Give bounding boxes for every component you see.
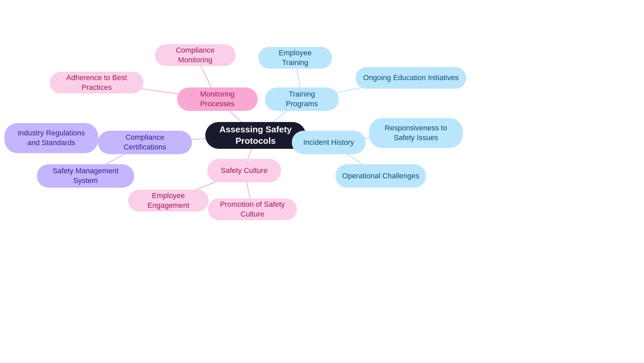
compliance-monitoring-node: Compliance Monitoring <box>155 44 235 66</box>
incident-history-node: Incident History <box>292 131 366 154</box>
employee-training-label: Employee Training <box>265 48 325 67</box>
center-label: Assessing Safety Protocols <box>212 124 299 147</box>
training-programs-label: Training Programs <box>272 89 332 109</box>
adherence-node: Adherence to Best Practices <box>50 72 144 94</box>
adherence-label: Adherence to Best Practices <box>56 73 137 92</box>
ongoing-education-node: Ongoing Education Initiatives <box>356 67 466 89</box>
monitoring-processes-label: Monitoring Processes <box>184 89 251 109</box>
safety-mgmt-node: Safety Management System <box>37 164 134 188</box>
operational-challenges-node: Operational Challenges <box>335 164 426 188</box>
compliance-monitoring-label: Compliance Monitoring <box>162 46 229 65</box>
compliance-certs-label: Compliance Certifications <box>105 133 185 152</box>
monitoring-processes-node: Monitoring Processes <box>177 87 258 111</box>
responsiveness-label: Responsiveness to Safety Issues <box>376 123 456 142</box>
operational-challenges-label: Operational Challenges <box>342 171 419 181</box>
responsiveness-node: Responsiveness to Safety Issues <box>369 118 463 148</box>
incident-history-label: Incident History <box>303 138 354 147</box>
employee-engagement-node: Employee Engagement <box>128 190 209 211</box>
ongoing-education-label: Ongoing Education Initiatives <box>363 73 459 83</box>
promotion-label: Promotion of Safety Culture <box>215 200 290 219</box>
industry-regs-node: Industry Regulations and Standards <box>4 123 98 153</box>
promotion-node: Promotion of Safety Culture <box>208 198 297 220</box>
compliance-certs-node: Compliance Certifications <box>98 131 192 154</box>
training-programs-node: Training Programs <box>265 87 339 111</box>
employee-engagement-label: Employee Engagement <box>135 191 202 210</box>
safety-mgmt-label: Safety Management System <box>44 166 127 185</box>
industry-regs-label: Industry Regulations and Standards <box>11 128 92 147</box>
center-node: Assessing Safety Protocols <box>205 122 306 149</box>
safety-culture-node: Safety Culture <box>207 159 281 182</box>
employee-training-node: Employee Training <box>258 47 332 69</box>
safety-culture-label: Safety Culture <box>221 166 267 176</box>
